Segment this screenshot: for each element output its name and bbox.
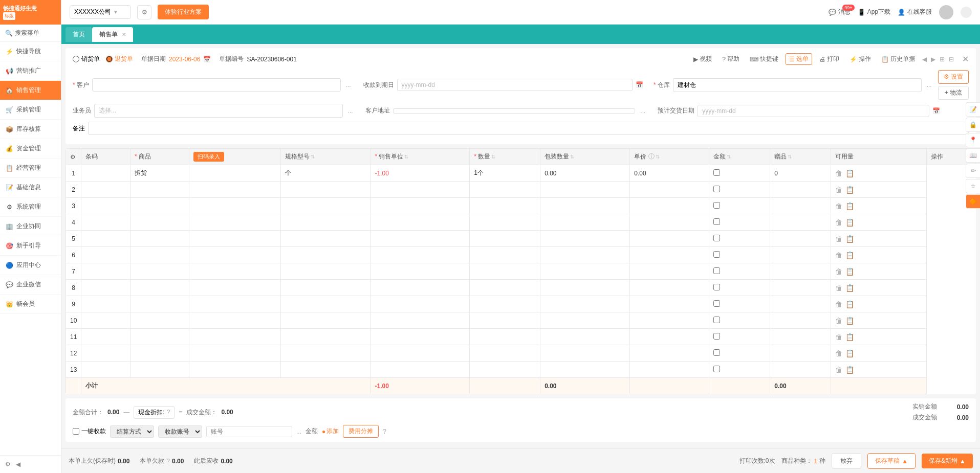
user-avatar[interactable]	[939, 5, 953, 19]
sidebar-item-search[interactable]: 🔍 搜索菜单	[0, 25, 61, 42]
warehouse-input[interactable]: 建材仓	[673, 78, 922, 92]
copy-row-icon-10[interactable]: 📋	[845, 317, 854, 325]
delete-row-icon-11[interactable]: 🗑	[835, 333, 842, 341]
app-download-button[interactable]: 📱 App下载	[858, 8, 890, 16]
sidebar-item-operation[interactable]: 📋 经营管理	[0, 159, 61, 178]
sidebar-item-guide[interactable]: 🎯 新手引导	[0, 236, 61, 256]
add-btn[interactable]: ● 添加	[322, 427, 339, 436]
tab-sales[interactable]: 销售单 ✕	[92, 27, 133, 42]
float-btn-6[interactable]: ☆	[966, 179, 980, 193]
gift-checkbox-9[interactable]	[713, 300, 720, 307]
total-owe-help-icon[interactable]: ?	[166, 458, 170, 465]
gift-checkbox-11[interactable]	[713, 333, 720, 340]
copy-row-icon-13[interactable]: 📋	[845, 366, 854, 374]
delete-row-icon-12[interactable]: 🗑	[835, 349, 842, 357]
sidebar-item-marketing[interactable]: 📢 营销推广	[0, 61, 61, 81]
cell-price-1[interactable]: 0.00	[540, 165, 630, 182]
account-input[interactable]	[206, 426, 292, 437]
sidebar-gear-icon[interactable]: ⚙	[5, 461, 11, 468]
float-btn-2[interactable]: 🔒	[966, 118, 980, 132]
copy-row-icon-6[interactable]: 📋	[845, 251, 854, 259]
delete-row-icon-5[interactable]: 🗑	[835, 235, 842, 243]
salesperson-ellipsis[interactable]: ...	[346, 107, 355, 115]
messages-button[interactable]: 💬 消息 99+	[829, 8, 851, 16]
expected-date-calendar-icon[interactable]: 📅	[932, 107, 940, 115]
sidebar-item-quick-nav[interactable]: ⚡ 快捷导航	[0, 42, 61, 61]
delete-row-icon-6[interactable]: 🗑	[835, 251, 842, 259]
radio-return-input[interactable]	[106, 56, 113, 62]
delete-row-icon-1[interactable]: 🗑	[835, 169, 842, 177]
date-calendar-icon[interactable]: 📅	[203, 56, 211, 63]
cell-unit-1[interactable]: 个	[281, 165, 371, 182]
sidebar-item-sales[interactable]: 🏠 销售管理	[0, 81, 61, 100]
logistics-btn[interactable]: + 物流	[938, 86, 969, 100]
gift-checkbox-8[interactable]	[713, 284, 720, 290]
discard-button[interactable]: 放弃	[832, 453, 861, 469]
gift-checkbox-7[interactable]	[713, 267, 720, 274]
select-btn[interactable]: ☰ 选单	[786, 53, 812, 65]
sidebar-item-system[interactable]: ⚙ 系统管理	[0, 197, 61, 217]
fee-btn[interactable]: 费用分摊	[343, 425, 379, 438]
history-btn[interactable]: 📋 历史单据	[878, 54, 918, 64]
company-selector[interactable]: XXXXXX公司 ▼	[70, 5, 131, 19]
one-click-input[interactable]	[73, 428, 79, 435]
sidebar-item-member[interactable]: 👑 畅会员	[0, 295, 61, 314]
delete-row-icon-9[interactable]: 🗑	[835, 300, 842, 308]
sidebar-item-inventory[interactable]: 📦 库存核算	[0, 120, 61, 139]
gift-checkbox-13[interactable]	[713, 366, 720, 372]
delete-row-icon-13[interactable]: 🗑	[835, 366, 842, 374]
gift-checkbox-5[interactable]	[713, 235, 720, 241]
col-scan[interactable]: 扫码录入	[189, 149, 281, 165]
delete-row-icon-4[interactable]: 🗑	[835, 218, 842, 227]
copy-row-icon-2[interactable]: 📋	[845, 186, 854, 194]
one-click-checkbox[interactable]: 一键收款	[73, 427, 106, 436]
copy-row-icon-3[interactable]: 📋	[845, 202, 854, 210]
customer-addr-ellipsis[interactable]: ...	[638, 107, 647, 115]
copy-row-icon-8[interactable]: 📋	[845, 284, 854, 292]
cell-pkg-qty-1[interactable]: 1个	[470, 165, 540, 182]
trial-button[interactable]: 体验行业方案	[158, 5, 209, 19]
gift-checkbox-1[interactable]	[713, 169, 720, 176]
print-btn[interactable]: 🖨 打印	[816, 54, 842, 64]
sidebar-item-purchase[interactable]: 🛒 采购管理	[0, 100, 61, 120]
cell-spec-1[interactable]	[189, 165, 281, 182]
sidebar-item-appstore[interactable]: 🔵 应用中心	[0, 256, 61, 275]
save-new-button[interactable]: 保存&新增 ▲	[922, 454, 973, 468]
float-btn-5[interactable]: ✏	[966, 164, 980, 178]
warehouse-ellipsis[interactable]: ...	[925, 81, 934, 88]
tab-close-icon[interactable]: ✕	[122, 32, 126, 37]
float-btn-3[interactable]: 📍	[966, 133, 980, 147]
account-select[interactable]: 收款账号	[158, 425, 202, 438]
settlement-method-select[interactable]: 结算方式	[110, 425, 154, 438]
notes-input[interactable]	[88, 122, 969, 135]
user-avatar2[interactable]	[961, 7, 972, 18]
sidebar-item-finance[interactable]: 💰 资金管理	[0, 139, 61, 159]
grid-view-icon[interactable]: ⊟	[949, 56, 954, 63]
sidebar-item-enterprise[interactable]: 🏢 企业协同	[0, 217, 61, 236]
cell-barcode-1[interactable]	[81, 165, 130, 182]
copy-row-icon-9[interactable]: 📋	[845, 300, 854, 308]
copy-row-icon-1[interactable]: 📋	[845, 169, 854, 177]
sidebar-collapse-icon[interactable]: ◀	[16, 461, 20, 468]
delete-row-icon-10[interactable]: 🗑	[835, 317, 842, 325]
scan-btn[interactable]: 扫码录入	[193, 152, 224, 162]
salesperson-input[interactable]: 选择...	[94, 104, 343, 118]
copy-row-icon-11[interactable]: 📋	[845, 333, 854, 341]
float-btn-7[interactable]: 🔶	[966, 194, 980, 209]
due-date-input[interactable]: yyyy-mm-dd	[397, 79, 633, 91]
video-btn[interactable]: ▶ 视频	[690, 54, 715, 64]
prev-icon[interactable]: ◀	[922, 56, 927, 63]
copy-row-icon-4[interactable]: 📋	[845, 218, 854, 227]
tab-home[interactable]: 首页	[66, 27, 92, 42]
help-btn[interactable]: ? 帮助	[719, 54, 743, 64]
float-btn-4[interactable]: 📖	[966, 148, 980, 163]
delete-row-icon-2[interactable]: 🗑	[835, 186, 842, 194]
cell-gift-1[interactable]	[709, 165, 770, 182]
cell-product-1[interactable]: 拆货	[130, 165, 189, 182]
save-draft-button[interactable]: 保存草稿 ▲	[867, 453, 916, 469]
price-info-icon[interactable]: ⓘ	[648, 153, 655, 160]
cell-qty-1[interactable]: -1.00	[371, 165, 470, 182]
field-ellipsis-footer[interactable]: ...	[296, 428, 301, 435]
fee-help-icon[interactable]: ?	[383, 428, 386, 435]
settings-form-btn[interactable]: ⚙ 设置	[938, 70, 969, 84]
